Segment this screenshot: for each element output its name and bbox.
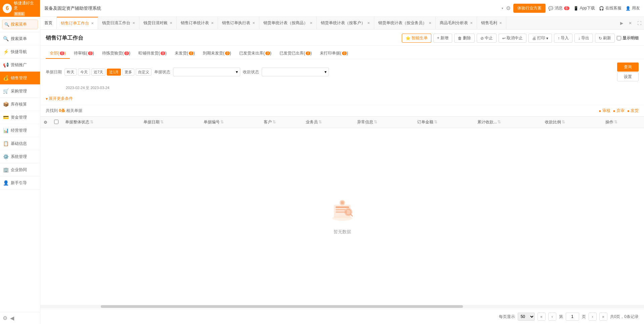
sub-tab-not-shipped[interactable]: 未发货(0): [171, 48, 199, 59]
tab-maximize-btn[interactable]: ⛶: [635, 17, 644, 30]
import-btn[interactable]: ↑ 导入: [554, 34, 572, 43]
tab-sales-summary-staff[interactable]: 销货单统计表（按业务员）✕: [374, 17, 436, 30]
sub-tab-all[interactable]: 全部(0): [46, 48, 70, 59]
sidebar-item-quick-nav[interactable]: ⚡快捷导航: [0, 45, 40, 58]
sort-icon-number[interactable]: ⇅: [220, 120, 224, 124]
tab-sales-profit[interactable]: 销售毛利✕: [477, 17, 506, 30]
sort-icon-amount[interactable]: ⇅: [434, 120, 437, 124]
sidebar-item-enterprise[interactable]: 🏢企业协同: [0, 163, 40, 176]
page-input[interactable]: [566, 313, 579, 321]
sort-icon-status[interactable]: ⇅: [90, 120, 93, 124]
show-detail-checkbox[interactable]: [617, 36, 621, 40]
sidebar-item-newbie[interactable]: 👤新手引导: [0, 176, 40, 190]
sub-tab-wangpu-pending[interactable]: 旺铺待发货(0): [134, 48, 171, 59]
col-checkbox[interactable]: [51, 117, 62, 128]
system-dropdown-arrow[interactable]: ▾: [502, 6, 503, 10]
tab-close-sales-summary-product[interactable]: ✕: [310, 21, 312, 25]
select-all-checkbox[interactable]: [54, 120, 58, 124]
sub-tab-expired-not-shipped[interactable]: 到期未发货(0): [199, 48, 235, 59]
status-select[interactable]: ▾: [173, 68, 240, 76]
date-quick-btn-昨天[interactable]: 昨天: [65, 69, 77, 76]
horizontal-scrollbar[interactable]: [40, 305, 644, 308]
tab-cash-reconcile[interactable]: 钱货日清对账✕: [139, 17, 177, 30]
sub-tab-shipped-out[interactable]: 已发货已出库(0): [275, 48, 316, 59]
tab-close-sales-execute[interactable]: ✕: [252, 21, 255, 25]
query-btn[interactable]: 查询: [617, 63, 639, 72]
message-btn[interactable]: 💬 消息 6: [548, 5, 569, 11]
col-settings[interactable]: ⚙: [40, 117, 51, 128]
payment-select[interactable]: ▾: [262, 68, 329, 76]
tab-close-cash-reconcile[interactable]: ✕: [170, 21, 172, 25]
suspend-btn[interactable]: ⊘ 中止: [477, 34, 497, 43]
prev-page-btn[interactable]: ‹: [548, 313, 556, 321]
sort-icon-customer[interactable]: ⇅: [272, 120, 276, 124]
show-detail-checkbox-label[interactable]: 显示明细: [617, 35, 639, 41]
date-quick-btn-自定义[interactable]: 自定义: [136, 69, 152, 76]
tab-cash-daily[interactable]: 钱货日清工作台✕: [98, 17, 139, 30]
expand-btn[interactable]: ▾ 展开更多条件: [46, 96, 73, 102]
sidebar-item-system[interactable]: ⚙️系统管理: [0, 150, 40, 163]
sidebar-item-finance[interactable]: 💳资金管理: [0, 111, 40, 124]
sidebar-item-purchase[interactable]: 🛒采购管理: [0, 85, 40, 98]
tab-home[interactable]: 首页: [40, 17, 57, 30]
smart-create-btn[interactable]: ⭐ 智能生单: [402, 34, 431, 43]
next-page-btn[interactable]: ›: [589, 313, 597, 321]
tab-sales-summary-customer[interactable]: 销货单统计表（按客户）✕: [317, 17, 374, 30]
search-menu-button[interactable]: 🔍 搜索菜单: [2, 19, 38, 29]
tab-close-sales-stats[interactable]: ✕: [211, 21, 214, 25]
sidebar-item-inventory[interactable]: 📦库存核算: [0, 98, 40, 111]
date-quick-btn-近1月[interactable]: 近1月: [107, 69, 121, 76]
per-page-select[interactable]: 50 10 20 100: [518, 313, 535, 321]
sub-tab-pending-review[interactable]: 待审核(0): [70, 48, 98, 59]
settings-button[interactable]: ⚙: [3, 315, 7, 321]
tab-more-btn[interactable]: ▶: [617, 17, 626, 30]
ship-btn[interactable]: ● 发货: [627, 108, 639, 114]
sort-icon-ratio[interactable]: ⇅: [562, 120, 565, 124]
tab-close-gross-profit[interactable]: ✕: [470, 21, 473, 25]
sub-tab-shipped-not-out[interactable]: 已发货未出库(0): [235, 48, 275, 59]
sidebar-item-operations[interactable]: 📊经营管理: [0, 124, 40, 137]
delete-btn[interactable]: 🗑 删除: [454, 34, 475, 43]
tab-close-all-btn[interactable]: ✕: [626, 17, 635, 30]
sort-icon-staff[interactable]: ⇅: [318, 120, 322, 124]
sidebar-item-search[interactable]: 🔍搜索菜单: [0, 32, 40, 45]
date-quick-btn-近7天[interactable]: 近7天: [91, 69, 105, 76]
date-quick-btn-今天[interactable]: 今天: [78, 69, 90, 76]
add-btn[interactable]: + 新增: [433, 34, 452, 43]
tab-gross-profit[interactable]: 商品毛利分析表✕: [436, 17, 477, 30]
cancel-suspend-btn[interactable]: ↩ 取消中止: [499, 34, 526, 43]
refresh-btn[interactable]: ↻ 刷新: [595, 34, 615, 43]
sub-tab-not-printed[interactable]: 未打印单据(0): [316, 48, 352, 59]
user-btn[interactable]: 👤 用友: [626, 5, 640, 11]
header-settings-icon[interactable]: ⚙: [506, 5, 511, 11]
tab-sales-stats[interactable]: 销售订单统计表✕: [177, 17, 218, 30]
sort-icon-exception[interactable]: ⇅: [374, 120, 377, 124]
revoke-btn[interactable]: ● 弃审: [613, 108, 625, 114]
sort-icon-collected[interactable]: ⇅: [498, 120, 501, 124]
export-btn[interactable]: ↓ 导出: [574, 34, 593, 43]
tab-close-sales-order-workbench[interactable]: ✕: [91, 22, 94, 25]
sidebar-item-marketing[interactable]: 📢营销推广: [0, 58, 40, 72]
first-page-btn[interactable]: «: [538, 313, 546, 321]
online-service-btn[interactable]: 🎧 在线客服: [599, 5, 621, 11]
industry-btn[interactable]: 体验行业方案: [513, 4, 546, 13]
tab-close-sales-summary-customer[interactable]: ✕: [367, 21, 370, 25]
tab-sales-summary-product[interactable]: 销货单统计表（按商品）✕: [259, 17, 317, 30]
tab-sales-execute[interactable]: 销售订单执行表✕: [218, 17, 259, 30]
last-page-btn[interactable]: »: [599, 313, 607, 321]
app-download-btn[interactable]: 📱 App下载: [573, 5, 595, 11]
collapse-button[interactable]: ◀: [10, 315, 14, 321]
sort-icon-action[interactable]: ⇅: [614, 120, 617, 124]
set-btn[interactable]: 设置: [617, 72, 639, 81]
tab-close-cash-daily[interactable]: ✕: [132, 21, 135, 25]
sort-icon-date[interactable]: ⇅: [160, 120, 164, 124]
tab-close-sales-profit[interactable]: ✕: [499, 21, 502, 25]
scrollbar-thumb[interactable]: [101, 305, 463, 308]
sidebar-item-basic-info[interactable]: 📋基础信息: [0, 137, 40, 150]
print-btn[interactable]: 🖨 打印 ▾: [528, 34, 552, 43]
tab-close-sales-summary-staff[interactable]: ✕: [429, 21, 431, 25]
tab-sales-order-workbench[interactable]: 销售订单工作台✕: [57, 17, 98, 30]
sub-tab-pending-inspect[interactable]: 待拣货验货(0): [98, 48, 134, 59]
date-quick-btn-更多[interactable]: 更多: [122, 69, 134, 76]
sidebar-item-sales[interactable]: 💰销售管理: [0, 72, 40, 85]
